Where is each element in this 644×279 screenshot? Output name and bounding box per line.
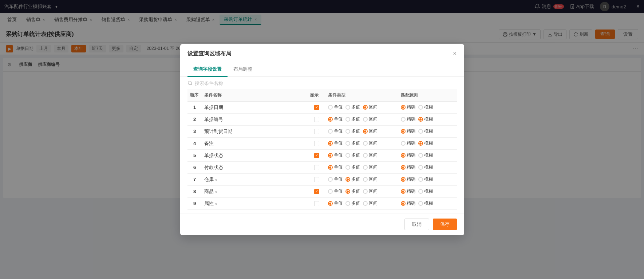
- type-radio-item[interactable]: 单值: [328, 176, 343, 182]
- row-type: 单值多值区间: [326, 125, 399, 137]
- dialog-tab-fields-label: 查询字段设置: [193, 66, 222, 72]
- match-radio-item[interactable]: 精确: [401, 140, 415, 146]
- radio-label: 多值: [351, 140, 360, 146]
- row-display: [308, 185, 326, 197]
- display-checkbox[interactable]: [314, 117, 319, 122]
- row-match: 精确模糊: [399, 125, 457, 137]
- match-radio-item[interactable]: 模糊: [418, 164, 433, 170]
- type-radio-item[interactable]: 区间: [363, 128, 378, 134]
- row-match: 精确模糊: [399, 101, 457, 113]
- match-radio-item[interactable]: 精确: [401, 116, 415, 122]
- radio-label: 模糊: [424, 176, 433, 182]
- display-checkbox[interactable]: [314, 153, 319, 158]
- type-radio-item[interactable]: 单值: [328, 200, 343, 201]
- type-radio-item[interactable]: 多值: [345, 104, 360, 110]
- display-checkbox[interactable]: [314, 129, 319, 134]
- dialog-tab-layout-label: 布局调整: [233, 66, 252, 72]
- display-checkbox[interactable]: [314, 141, 319, 146]
- table-row: 7仓库 ∨单值多值区间精确模糊: [187, 173, 457, 185]
- match-radio-item[interactable]: 精确: [401, 152, 415, 158]
- radio-label: 精确: [407, 152, 415, 158]
- display-checkbox[interactable]: [314, 177, 319, 182]
- match-radio-item[interactable]: 模糊: [418, 128, 433, 134]
- table-row: 1单据日期单值多值区间精确模糊: [187, 101, 457, 113]
- dialog-close-button[interactable]: ×: [453, 50, 457, 58]
- row-name: 付款状态: [202, 161, 308, 173]
- display-checkbox[interactable]: [314, 105, 319, 110]
- match-radio-item[interactable]: 模糊: [418, 140, 433, 146]
- row-order: 3: [187, 125, 202, 137]
- dialog-header: 设置查询区域布局 ×: [180, 44, 464, 62]
- dropdown-icon: ∨: [215, 178, 217, 182]
- type-radio-item[interactable]: 多值: [345, 200, 360, 201]
- type-radio-item[interactable]: 单值: [328, 152, 343, 158]
- radio-circle: [328, 189, 333, 194]
- type-radio-item[interactable]: 区间: [363, 104, 378, 110]
- dialog-overlay: 设置查询区域布局 × 查询字段设置 布局调整: [0, 0, 644, 201]
- type-radio-item[interactable]: 多值: [345, 176, 360, 182]
- type-radio-item[interactable]: 单值: [328, 128, 343, 134]
- match-radio-item[interactable]: 模糊: [418, 200, 433, 201]
- dialog-tab-layout[interactable]: 布局调整: [228, 62, 258, 77]
- type-radio-item[interactable]: 单值: [328, 140, 343, 146]
- match-radio-item[interactable]: 模糊: [418, 152, 433, 158]
- match-radio-item[interactable]: 模糊: [418, 116, 433, 122]
- radio-label: 精确: [407, 188, 415, 194]
- radio-circle: [328, 129, 333, 134]
- radio-circle: [345, 141, 350, 146]
- type-radio-item[interactable]: 区间: [363, 176, 378, 182]
- th-name: 条件名称: [202, 89, 308, 102]
- row-type: 单值多值区间: [326, 101, 399, 113]
- type-radio-item[interactable]: 多值: [345, 128, 360, 134]
- radio-label: 精确: [407, 200, 415, 201]
- match-radio-item[interactable]: 精确: [401, 188, 415, 194]
- row-display: [308, 161, 326, 173]
- dialog-tab-fields[interactable]: 查询字段设置: [187, 62, 228, 77]
- radio-label: 多值: [351, 152, 360, 158]
- type-radio-item[interactable]: 多值: [345, 116, 360, 122]
- radio-circle: [401, 165, 406, 170]
- type-radio-item[interactable]: 区间: [363, 188, 378, 194]
- match-radio-item[interactable]: 模糊: [418, 188, 433, 194]
- type-radio-item[interactable]: 区间: [363, 152, 378, 158]
- match-radio-item[interactable]: 精确: [401, 200, 415, 201]
- type-radio-item[interactable]: 单值: [328, 116, 343, 122]
- match-radio-item[interactable]: 模糊: [418, 176, 433, 182]
- radio-label: 区间: [369, 188, 378, 194]
- row-type: 单值多值区间: [326, 137, 399, 149]
- match-radio-item[interactable]: 精确: [401, 128, 415, 134]
- type-radio-item[interactable]: 多值: [345, 140, 360, 146]
- match-radio-item[interactable]: 精确: [401, 104, 415, 110]
- match-radio-item[interactable]: 模糊: [418, 104, 433, 110]
- display-checkbox[interactable]: [314, 165, 319, 170]
- match-radio-item[interactable]: 精确: [401, 164, 415, 170]
- type-radio-item[interactable]: 多值: [345, 188, 360, 194]
- type-radio-item[interactable]: 单值: [328, 104, 343, 110]
- table-row: 9属性 ∨单值多值区间精确模糊: [187, 197, 457, 201]
- search-input[interactable]: [195, 80, 253, 86]
- row-name: 仓库 ∨: [202, 173, 308, 185]
- row-display: [308, 173, 326, 185]
- radio-label: 多值: [351, 188, 360, 194]
- type-radio-item[interactable]: 多值: [345, 164, 360, 170]
- dropdown-icon: ∨: [215, 190, 217, 194]
- radio-label: 区间: [369, 152, 378, 158]
- conditions-table-scroll[interactable]: 顺序 条件名称 显示 条件类型 匹配原则 1单据日期单值多值区间精确模糊2单据编…: [187, 89, 457, 201]
- radio-label: 单值: [334, 188, 343, 194]
- type-radio-item[interactable]: 区间: [363, 164, 378, 170]
- match-radio-item[interactable]: 精确: [401, 176, 415, 182]
- type-radio-item[interactable]: 单值: [328, 164, 343, 170]
- dialog-search-area: [180, 77, 464, 89]
- type-radio-item[interactable]: 区间: [363, 140, 378, 146]
- radio-circle: [345, 153, 350, 158]
- display-checkbox[interactable]: [314, 189, 319, 194]
- radio-label: 精确: [407, 176, 415, 182]
- type-radio-item[interactable]: 单值: [328, 188, 343, 194]
- table-row: 5单据状态单值多值区间精确模糊: [187, 149, 457, 161]
- type-radio-item[interactable]: 区间: [363, 200, 378, 201]
- radio-circle: [345, 189, 350, 194]
- radio-circle: [328, 141, 333, 146]
- type-radio-item[interactable]: 区间: [363, 116, 378, 122]
- type-radio-item[interactable]: 多值: [345, 152, 360, 158]
- radio-circle: [418, 129, 423, 134]
